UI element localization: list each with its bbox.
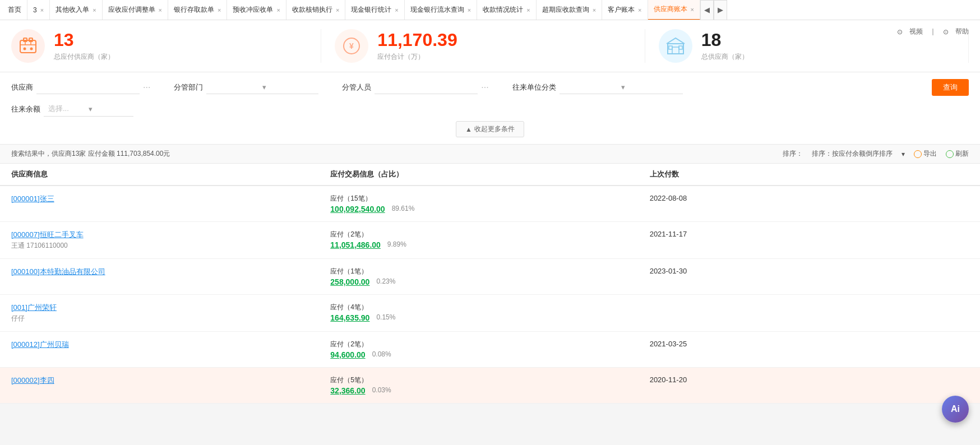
filter-area: 供应商 ··· 分管部门 ▾ 分管人员 ··· 往来单位分类 ▾ 查询	[0, 72, 980, 145]
svg-text:¥: ¥	[349, 41, 354, 50]
col-header-payable: 应付交易信息（占比）	[330, 169, 649, 179]
close-icon[interactable]: ×	[276, 7, 280, 13]
table-row: [001]广州荣轩 仔仔 应付（4笔） 164,635.90 0.15%	[0, 295, 980, 332]
dept-filter-label: 分管部门	[174, 82, 203, 92]
last-pay-cell: 2023-01-30	[650, 267, 969, 275]
nav-tab-overdue-ar[interactable]: 超期应收款查询 ×	[537, 0, 602, 20]
filter-supplier: 供应商 ···	[11, 81, 150, 94]
payable-cell: 应付（15笔） 100,092,540.00 89.61%	[330, 194, 649, 214]
nav-tab-receipt-exec[interactable]: 收款核销执行 ×	[286, 0, 345, 20]
payable-pct: 0.15%	[376, 313, 395, 321]
balance-dropdown[interactable]: 选择... ▾	[44, 101, 133, 117]
supplier-input[interactable]	[36, 81, 140, 94]
payable-total-label: 应付合计（万）	[377, 52, 457, 62]
top-right-links: ⊙ 视频 ｜ ⊙ 帮助	[897, 27, 969, 36]
filter-balance: 往来余额 选择... ▾	[11, 101, 133, 117]
table-row: [000007]恒旺二手叉车 王通 17106110000 应付（2笔） 11,…	[0, 222, 980, 259]
refresh-button[interactable]: 刷新	[946, 149, 969, 159]
close-icon[interactable]: ×	[395, 7, 398, 13]
close-icon[interactable]: ×	[468, 7, 471, 13]
supplier-link[interactable]: [000007]恒旺二手叉车	[11, 230, 330, 240]
nav-next-arrow[interactable]: ▶	[714, 0, 727, 20]
svg-rect-11	[672, 47, 679, 54]
table-row: [000002]李四 应付（5笔） 32,366.00 0.03% 2020-1…	[0, 368, 980, 404]
close-icon[interactable]: ×	[593, 7, 596, 13]
supplier-cell: [000002]李四	[11, 376, 330, 386]
table-row: [000012]广州贝瑞 应付（2笔） 94,600.00 0.08% 2021…	[0, 332, 980, 368]
total-supplier-number: 18	[701, 30, 748, 50]
close-icon[interactable]: ×	[40, 7, 44, 13]
person-input[interactable]	[375, 81, 478, 94]
close-icon[interactable]: ×	[638, 7, 641, 13]
top-navigation: 首页 3 × 其他收入单 × 应收应付调整单 × 银行存取款单 × 预收冲应收单…	[0, 0, 980, 20]
last-pay-cell: 2020-11-20	[650, 376, 969, 384]
filter-row-2: 往来余额 选择... ▾	[11, 101, 969, 117]
summary-card-supplier-count: 13 总应付供应商（家）	[11, 29, 321, 63]
chevron-up-icon: ▲	[465, 126, 472, 133]
nav-tab-prepay-ar[interactable]: 预收冲应收单 ×	[227, 0, 286, 20]
payable-amount-link[interactable]: 94,600.00	[330, 350, 365, 359]
close-icon[interactable]: ×	[218, 7, 221, 13]
payable-total-number: 11,170.39	[377, 30, 457, 50]
unit-class-dropdown[interactable]: ▾	[560, 81, 683, 94]
col-header-supplier: 供应商信息	[11, 169, 330, 179]
supplier-link[interactable]: [000001]张三	[11, 194, 330, 204]
video-link[interactable]: 视频	[909, 27, 923, 36]
collapse-button[interactable]: ▲ 收起更多条件	[456, 121, 524, 137]
export-button[interactable]: 导出	[914, 149, 937, 159]
store-icon	[659, 29, 692, 63]
payable-amount-link[interactable]: 258,000.00	[330, 277, 369, 286]
supplier-dots-icon[interactable]: ···	[143, 82, 150, 92]
supplier-link[interactable]: [001]广州荣轩	[11, 303, 330, 313]
nav-tab-bank-deposit[interactable]: 银行存取款单 ×	[168, 0, 227, 20]
help-link[interactable]: 帮助	[955, 27, 969, 36]
nav-tab-receipt-stat[interactable]: 收款情况统计 ×	[477, 0, 536, 20]
payable-pct: 0.08%	[372, 350, 391, 358]
nav-tab-home[interactable]: 首页	[2, 0, 27, 20]
sort-button[interactable]: 排序：按应付余额倒序排序	[812, 149, 893, 159]
sort-label: 排序：	[783, 149, 803, 159]
svg-point-6	[24, 48, 26, 50]
dept-dropdown[interactable]: ▾	[206, 81, 318, 94]
close-icon[interactable]: ×	[336, 7, 339, 13]
svg-rect-13	[679, 46, 682, 49]
supplier-count-number: 13	[54, 30, 114, 50]
table-body: [000001]张三 应付（15笔） 100,092,540.00 89.61%…	[0, 186, 980, 404]
supplier-cell: [000012]广州贝瑞	[11, 340, 330, 350]
supplier-cell: [000100]本特勤油品有限公司	[11, 267, 330, 277]
close-icon[interactable]: ×	[159, 7, 162, 13]
payable-amount-link[interactable]: 32,366.00	[330, 386, 365, 395]
payable-pct: 9.89%	[387, 240, 406, 248]
close-icon[interactable]: ×	[691, 6, 694, 13]
supplier-filter-label: 供应商	[11, 82, 33, 92]
payable-amount-link[interactable]: 11,051,486.00	[330, 240, 381, 249]
nav-tab-ar-ap-adjust[interactable]: 应收应付调整单 ×	[103, 0, 168, 20]
person-dots-icon[interactable]: ···	[481, 82, 488, 92]
svg-point-7	[30, 48, 33, 50]
payable-amount-link[interactable]: 100,092,540.00	[330, 205, 385, 214]
filter-dept: 分管部门 ▾	[174, 81, 318, 94]
payable-cell: 应付（4笔） 164,635.90 0.15%	[330, 303, 649, 322]
close-icon[interactable]: ×	[526, 7, 530, 13]
nav-tab-other-income[interactable]: 其他收入单 ×	[50, 0, 102, 20]
unit-class-filter-label: 往来单位分类	[512, 82, 556, 92]
query-button[interactable]: 查询	[932, 79, 969, 96]
nav-prev-arrow[interactable]: ◀	[700, 0, 714, 20]
separator: ｜	[930, 27, 936, 36]
supplier-link[interactable]: [000012]广州贝瑞	[11, 340, 330, 350]
payable-amount-link[interactable]: 164,635.90	[330, 313, 369, 322]
summary-bar: 13 总应付供应商（家） ¥ 11,170.39 应付合计（万）	[0, 20, 980, 72]
payable-cell: 应付（5笔） 32,366.00 0.03%	[330, 376, 649, 395]
nav-tab-cash-stat[interactable]: 现金银行统计 ×	[345, 0, 404, 20]
nav-tab-3[interactable]: 3 ×	[27, 0, 50, 20]
amount-icon: ¥	[335, 29, 368, 63]
nav-tab-cash-flow[interactable]: 现金银行流水查询 ×	[405, 0, 477, 20]
nav-tab-customer-ledger[interactable]: 客户账本 ×	[602, 0, 648, 20]
svg-rect-12	[669, 46, 672, 49]
payable-pct: 0.23%	[376, 277, 395, 285]
supplier-link[interactable]: [000002]李四	[11, 376, 330, 386]
close-icon[interactable]: ×	[93, 7, 96, 13]
nav-tab-supplier-ledger[interactable]: 供应商账本 ×	[648, 0, 700, 20]
supplier-link[interactable]: [000100]本特勤油品有限公司	[11, 267, 330, 277]
payable-pct: 0.03%	[372, 386, 391, 394]
